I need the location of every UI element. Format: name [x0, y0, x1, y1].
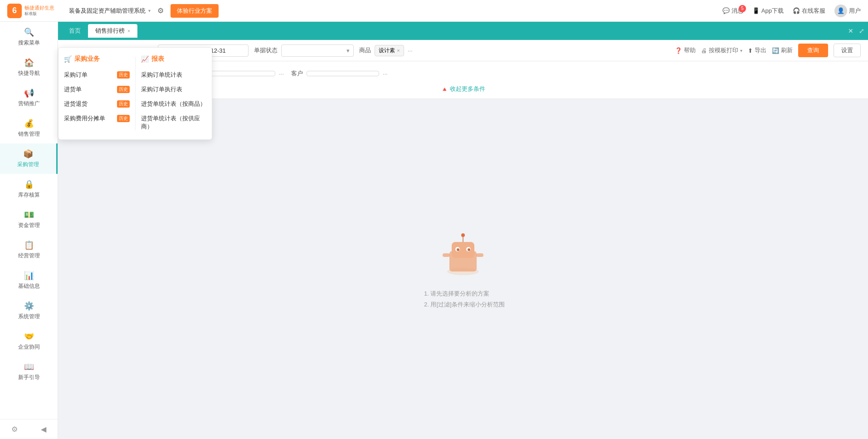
sidebar-label-finance: 资金管理 — [18, 222, 40, 229]
svg-point-5 — [457, 248, 459, 251]
enterprise-icon: 🤝 — [24, 331, 34, 341]
empty-hint-1: 请先选择要分析的方案 — [430, 288, 504, 299]
status-arrow: ▾ — [346, 47, 350, 54]
collapse-btn[interactable]: 🔺 收起更多条件 — [441, 85, 485, 93]
return-history-badge: 历史 — [117, 100, 130, 108]
purchase-dropdown-menu: 🛒 采购业务 采购订单 历史 进货单 历史 进货退货 — [58, 47, 212, 140]
message-icon: 💬 — [722, 7, 730, 14]
purchase-col-title-text: 采购业务 — [74, 55, 100, 63]
logo-icon: 6 — [7, 4, 22, 18]
salesperson-more-btn[interactable]: ··· — [279, 70, 284, 77]
user-btn[interactable]: 👤 用户 — [834, 5, 861, 17]
sidebar-item-inventory[interactable]: 🔒 库存核算 — [0, 174, 58, 204]
sidebar-label-system-mgmt: 系统管理 — [18, 313, 40, 321]
query-btn[interactable]: 查询 — [798, 44, 828, 57]
goods-tag-close[interactable]: × — [397, 48, 400, 53]
top-bar-right: 💬 消息 5 📱 App下载 🎧 在线客服 👤 用户 — [722, 5, 861, 17]
filter-status-group: 单据状态 ▾ — [254, 44, 354, 57]
status-select[interactable]: ▾ — [281, 44, 354, 57]
svg-point-6 — [468, 248, 470, 251]
logo-brand: 畅捷通好生意 — [24, 5, 54, 11]
dropdown-item-return[interactable]: 进货退货 历史 — [64, 97, 130, 111]
sidebar-collapse-icon[interactable]: ◀ — [41, 425, 46, 434]
marketing-icon: 📢 — [24, 88, 34, 98]
system-title-text: 装备及固定资产辅助管理系统 — [69, 7, 146, 15]
sidebar-item-system-mgmt[interactable]: ⚙️ 系统管理 — [0, 296, 58, 326]
sidebar: 🔍 搜索菜单 🏠 快捷导航 📢 营销推广 💰 销售管理 📦 采购管理 🔒 — [0, 22, 58, 439]
export-label: 导出 — [755, 46, 766, 54]
report-col-title: 📈 报表 — [141, 53, 207, 68]
expense-history-badge: 历史 — [117, 115, 130, 122]
phone-icon: 📱 — [752, 7, 760, 14]
industry-btn[interactable]: 体验行业方案 — [171, 4, 219, 18]
sidebar-item-sales-mgmt[interactable]: 💰 销售管理 — [0, 113, 58, 143]
customer-input[interactable] — [307, 71, 379, 76]
app-download-btn[interactable]: 📱 App下载 — [752, 7, 784, 15]
sidebar-bottom: ⚙ ◀ — [0, 419, 58, 439]
system-icon: ⚙️ — [24, 301, 34, 311]
help-btn[interactable]: ❓ 帮助 — [675, 46, 696, 54]
sidebar-item-search-menu[interactable]: 🔍 搜索菜单 — [0, 22, 58, 52]
sidebar-label-enterprise: 企业协同 — [18, 343, 40, 351]
expense-label: 采购费用分摊单 — [64, 114, 105, 123]
customer-more-btn[interactable]: ··· — [383, 70, 388, 77]
sidebar-item-guide[interactable]: 📖 新手引导 — [0, 356, 58, 387]
online-service-btn[interactable]: 🎧 在线客服 — [793, 7, 825, 15]
tab-close-all-btn[interactable]: ✕ — [848, 27, 853, 35]
guide-icon: 📖 — [24, 362, 34, 372]
return-label: 进货退货 — [64, 100, 88, 108]
sidebar-item-basic-info[interactable]: 📊 基础信息 — [0, 265, 58, 296]
tab-home[interactable]: 首页 — [62, 24, 88, 38]
system-title-arrow[interactable]: ▾ — [148, 8, 151, 13]
dropdown-item-incoming-stats-supplier[interactable]: 进货单统计表（按供应商） — [141, 111, 207, 134]
sidebar-label-inventory: 库存核算 — [18, 191, 40, 199]
export-btn[interactable]: ⬆ 导出 — [748, 46, 766, 54]
sidebar-item-purchase-mgmt[interactable]: 📦 采购管理 — [0, 143, 58, 174]
dropdown-item-order-stats[interactable]: 采购订单统计表 — [141, 68, 207, 82]
inventory-icon: 🔒 — [24, 179, 34, 189]
settings-btn[interactable]: 设置 — [834, 44, 861, 57]
empty-illustration — [436, 228, 490, 283]
sidebar-item-enterprise[interactable]: 🤝 企业协同 — [0, 326, 58, 356]
user-label: 用户 — [849, 7, 861, 15]
status-label: 单据状态 — [254, 46, 278, 54]
sidebar-label-search-menu: 搜索菜单 — [18, 39, 40, 47]
tab-maximize-btn[interactable]: ⤢ — [859, 27, 864, 35]
dropdown-columns: 🛒 采购业务 采购订单 历史 进货单 历史 进货退货 — [59, 53, 212, 134]
print-btn[interactable]: 🖨 按模板打印 ▾ — [701, 46, 742, 54]
top-bar: 6 畅捷通好生意 标准版 装备及固定资产辅助管理系统 ▾ ⚙ 体验行业方案 💬 … — [0, 0, 868, 22]
customer-label: 客户 — [291, 69, 303, 78]
finance-icon: 💵 — [24, 210, 34, 220]
sidebar-item-ops-mgmt[interactable]: 📋 经营管理 — [0, 235, 58, 265]
sales-icon: 💰 — [24, 118, 34, 128]
message-badge: 5 — [739, 5, 746, 12]
dropdown-item-order-exec[interactable]: 采购订单执行表 — [141, 82, 207, 97]
dropdown-item-expense[interactable]: 采购费用分摊单 历史 — [64, 111, 130, 126]
app-download-label: App下载 — [761, 7, 784, 15]
refresh-btn[interactable]: 🔄 刷新 — [772, 46, 793, 54]
purchase-order-label: 采购订单 — [64, 71, 88, 79]
sidebar-item-quick-nav[interactable]: 🏠 快捷导航 — [0, 52, 58, 83]
print-label: 按模板打印 — [709, 46, 738, 54]
sidebar-label-ops-mgmt: 经营管理 — [18, 252, 40, 260]
sidebar-item-finance[interactable]: 💵 资金管理 — [0, 204, 58, 235]
tab-sales-rank-close[interactable]: × — [127, 28, 130, 34]
incoming-stats-goods-label: 进货单统计表（按商品） — [141, 100, 206, 108]
dropdown-item-incoming-stats-goods[interactable]: 进货单统计表（按商品） — [141, 97, 207, 111]
sidebar-settings-icon[interactable]: ⚙ — [11, 425, 18, 434]
headset-icon: 🎧 — [793, 7, 800, 14]
goods-more-btn[interactable]: ··· — [408, 47, 413, 54]
message-btn[interactable]: 💬 消息 5 — [722, 7, 743, 15]
tab-bar-actions: ✕ ⤢ — [848, 27, 864, 35]
salesperson-input[interactable] — [203, 71, 275, 76]
sidebar-item-marketing[interactable]: 📢 营销推广 — [0, 83, 58, 113]
help-label: 帮助 — [684, 46, 696, 54]
sidebar-label-quick-nav: 快捷导航 — [18, 69, 40, 77]
dropdown-item-purchase-order[interactable]: 采购订单 历史 — [64, 68, 130, 82]
settings-gear-icon[interactable]: ⚙ — [154, 5, 167, 17]
order-exec-label: 采购订单执行表 — [141, 85, 182, 94]
main-area: 🔍 搜索菜单 🏠 快捷导航 📢 营销推广 💰 销售管理 📦 采购管理 🔒 — [0, 22, 868, 439]
dropdown-item-incoming[interactable]: 进货单 历史 — [64, 82, 130, 97]
tab-sales-rank-label: 销售排行榜 — [95, 27, 125, 35]
tab-sales-rank[interactable]: 销售排行榜 × — [88, 24, 137, 38]
